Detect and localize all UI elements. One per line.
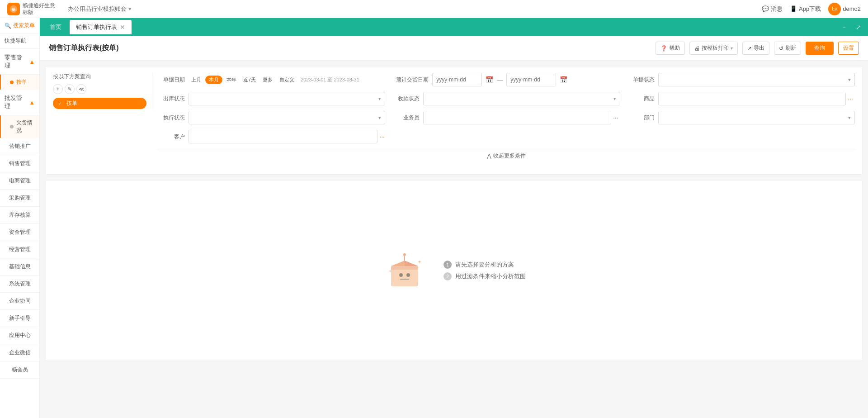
page-content: 销售订单执行表(按单) ❓ 帮助 🖨 按模板打印 ▾ ↗ [40,36,868,418]
sidebar-submenu-retail: 按单 [0,75,39,90]
goods-input[interactable] [658,92,846,105]
sidebar-item-marketing[interactable]: 营销推广 [0,138,39,155]
print-button[interactable]: 🖨 按模板打印 ▾ [689,42,738,55]
top-header: 畅 畅捷通好生意 标版 办公用品行业模拟账套 ▾ 💬 消息 📱 App下载 Ea… [0,0,868,18]
filter-field-date: 单据日期 上月 本月 本年 近7天 更多 自定义 [158,76,385,84]
filter-field-customer: 客户 ··· [158,130,387,143]
calendar-start-icon[interactable]: 📅 [486,76,493,83]
tab-minimize-button[interactable]: － [838,21,850,33]
tab-home[interactable]: 首页 [43,20,68,34]
collapse-more-button[interactable]: ⋀ 收起更多条件 [158,149,855,162]
sidebar-item-retail[interactable]: 零售管理 ▲ [0,49,39,75]
goods-ellipsis-icon[interactable]: ··· [846,95,855,102]
filter-section-title: 按以下方案查询 [53,73,146,81]
customer-input[interactable] [189,130,377,143]
sidebar-item-app-center[interactable]: 应用中心 [0,327,39,344]
bill-status-chevron-icon: ▾ [848,77,851,83]
sidebar-item-newbie[interactable]: 新手引导 [0,310,39,327]
sidebar-item-corp-wechat[interactable]: 企业微信 [0,344,39,361]
message-action[interactable]: 💬 消息 [762,5,783,13]
sidebar-item-sales[interactable]: 销售管理 [0,155,39,172]
scheme-active-icon: ✓ [57,100,64,107]
sidebar-submenu-item-scheme[interactable]: 按单 [1,75,39,90]
member-label: 畅会员 [12,366,28,374]
filter-field-out-status: 出库状态 ▾ [158,92,385,105]
marketing-label: 营销推广 [9,142,31,150]
sidebar-item-operations[interactable]: 经营管理 [0,241,39,258]
help-button[interactable]: ❓ 帮助 [656,42,685,55]
sidebar-item-basic[interactable]: 基础信息 [0,258,39,276]
sidebar-item-member[interactable]: 畅会员 [0,361,39,379]
date-btn-custom[interactable]: 自定义 [277,76,297,84]
content-area: 首页 销售订单执行表 ✕ － ⤢ 销售订单执行表(按单) ❓ [40,18,868,418]
date-btn-last-month[interactable]: 上月 [189,76,204,84]
export-icon: ↗ [747,45,752,52]
user-action[interactable]: Ea demo2 [828,3,861,15]
page-header: 销售订单执行表(按单) ❓ 帮助 🖨 按模板打印 ▾ ↗ [40,36,868,61]
filter-field-goods: 商品 ··· [627,92,855,105]
sidebar-item-ecommerce[interactable]: 电商管理 [0,172,39,190]
exec-status-select[interactable]: ▾ [189,111,385,124]
empty-step-2: 2 用过滤条件来缩小分析范围 [443,272,526,280]
page-header-actions: ❓ 帮助 🖨 按模板打印 ▾ ↗ 导出 ↺ [656,42,859,55]
sidebar-item-purchase[interactable]: 采购管理 [0,190,39,207]
sidebar-item-system[interactable]: 系统管理 [0,276,39,293]
basic-label: 基础信息 [9,263,31,271]
collect-status-select[interactable]: ▾ [423,92,620,105]
dept-chevron-icon: ▾ [848,115,851,121]
out-status-select[interactable]: ▾ [189,92,385,105]
salesman-input[interactable] [423,111,611,124]
tab-close-icon[interactable]: ✕ [120,24,125,31]
sidebar-search[interactable]: 🔍 搜索菜单 [0,18,39,33]
calendar-end-icon[interactable]: 📅 [560,76,567,83]
wholesale-label: 批发管理 [5,94,28,110]
sidebar-item-wholesale[interactable]: 批发管理 ▲ [0,90,39,115]
breadcrumb: 办公用品行业模拟账套 ▾ [68,5,132,13]
logo-text: 畅捷通好生意 标版 [23,2,55,15]
message-icon: 💬 [762,5,769,12]
add-scheme-button[interactable]: + [53,84,63,94]
sales-label: 销售管理 [9,160,31,167]
sidebar-item-finance[interactable]: 资金管理 [0,224,39,241]
date-btn-more[interactable]: 更多 [260,76,275,84]
header-left: 畅 畅捷通好生意 标版 办公用品行业模拟账套 ▾ [7,2,132,15]
app-download-action[interactable]: 📱 App下载 [790,5,821,13]
svg-point-7 [399,273,403,277]
settings-button[interactable]: 设置 [838,42,859,55]
svg-point-11 [403,253,406,256]
sidebar-quick-nav[interactable]: 快捷导航 [0,33,39,49]
filter-row-3: 执行状态 ▾ 业务员 ·· [158,111,855,124]
collapse-scheme-button[interactable]: ≪ [76,84,86,94]
date-btn-7days[interactable]: 近7天 [241,76,259,84]
sidebar-submenu-item-owe[interactable]: 欠货情况 [1,115,39,138]
dept-select[interactable]: ▾ [658,111,855,124]
header-right: 💬 消息 📱 App下载 Ea demo2 [762,3,861,15]
edit-scheme-button[interactable]: ✎ [65,84,75,94]
date-btn-this-year[interactable]: 本年 [224,76,239,84]
filter-scheme-panel: 按以下方案查询 + ✎ ≪ ✓ 按单 [53,73,152,109]
sidebar-item-inventory[interactable]: 库存核算 [0,207,39,224]
tab-maximize-button[interactable]: ⤢ [853,21,864,33]
tab-sales-exec[interactable]: 销售订单执行表 ✕ [70,20,132,34]
chevron-icon: ▲ [29,58,35,65]
out-status-chevron-icon: ▾ [378,96,381,102]
expected-date-start-input[interactable] [432,73,482,86]
filter-row-1: 单据日期 上月 本月 本年 近7天 更多 自定义 [158,73,855,86]
bill-status-select[interactable]: ▾ [658,73,855,86]
svg-text:✦: ✦ [388,269,392,274]
expected-date-end-input[interactable] [506,73,556,86]
expected-date-label: 预计交货日期 [392,76,429,84]
inactive-dot-icon [10,125,14,128]
refresh-button[interactable]: ↺ 刷新 [774,42,801,55]
customer-ellipsis-icon[interactable]: ··· [377,133,387,140]
query-button[interactable]: 查询 [806,42,834,55]
tab-bar: 首页 销售订单执行表 ✕ － ⤢ [40,18,868,36]
sidebar-item-enterprise[interactable]: 企业协同 [0,293,39,310]
export-button[interactable]: ↗ 导出 [742,42,769,55]
date-label: 单据日期 [158,76,185,84]
enterprise-label: 企业协同 [9,297,31,305]
date-group: 上月 本月 本年 近7天 更多 自定义 2023-03-01 至 2023-03… [189,76,385,84]
salesman-ellipsis-icon[interactable]: ··· [611,114,620,121]
scheme-item-by-order[interactable]: ✓ 按单 [53,98,146,109]
date-btn-this-month[interactable]: 本月 [205,76,222,84]
